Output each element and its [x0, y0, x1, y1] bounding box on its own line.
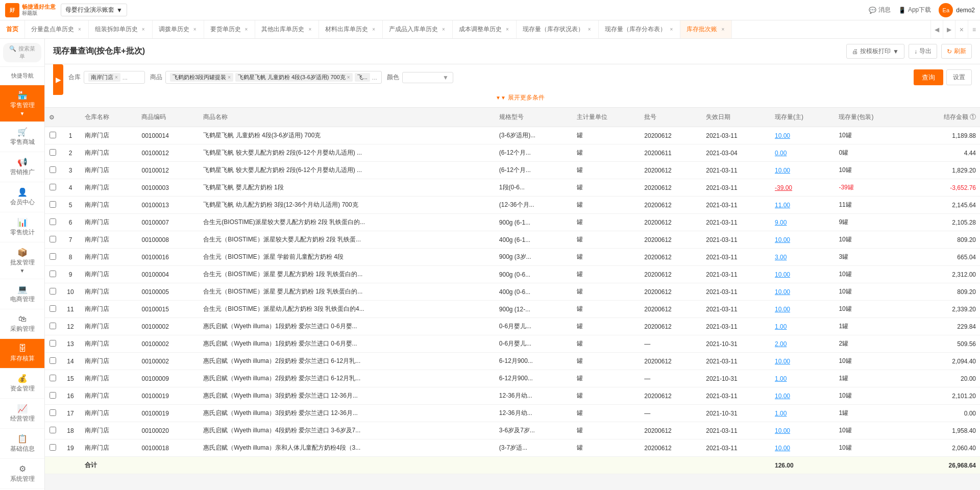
row-checkbox[interactable] — [50, 375, 56, 381]
sidebar-item-member[interactable]: 👤 会员中心 — [0, 182, 44, 212]
refresh-button[interactable]: ↻ 刷新 — [941, 44, 972, 59]
row-checkbox[interactable] — [50, 253, 56, 260]
row-stock-main[interactable]: 9.00 — [771, 214, 835, 231]
tab-stock-dist[interactable]: 现存量（库存分布表） × — [599, 20, 681, 39]
sidebar-item-operations[interactable]: 📈 经营管理 — [0, 399, 44, 429]
close-icon[interactable]: × — [141, 27, 146, 32]
tab-mixing[interactable]: 调拨单历史 × — [153, 20, 204, 39]
row-checkbox[interactable] — [50, 271, 56, 277]
goods-tag-close[interactable]: × — [228, 75, 231, 80]
row-checkbox[interactable] — [50, 201, 56, 208]
row-stock-main[interactable]: 11.00 — [771, 197, 835, 214]
row-checkbox[interactable] — [50, 218, 56, 225]
msg-btn[interactable]: 💬 消息 — [869, 6, 891, 14]
row-stock-main[interactable]: 0.00 — [771, 144, 835, 162]
app-download-btn[interactable]: 📱 App下载 — [898, 6, 931, 14]
goods-dots[interactable]: ... — [372, 74, 377, 81]
tab-product-in[interactable]: 产成品入库单历史 × — [383, 20, 453, 39]
sidebar-item-marketing[interactable]: 📢 营销推广 — [0, 152, 44, 182]
sidebar-item-retail-stats[interactable]: 📊 零售统计 — [0, 212, 44, 242]
nav-menu-icon[interactable]: ≡ — [968, 20, 980, 39]
color-input[interactable]: ▼ — [402, 72, 453, 83]
row-checkbox[interactable] — [50, 323, 56, 329]
row-stock-main[interactable]: 10.00 — [771, 127, 835, 144]
goods-input[interactable]: 飞鹤奶粉3段丙罐提装 × 飞鹤星飞帆 儿童奶粉 4段(3-6岁适用) 700克 … — [165, 71, 382, 84]
row-stock-main[interactable]: 10.00 — [771, 353, 835, 370]
sidebar-item-stock-check[interactable]: 🗄 库存核算 — [0, 339, 44, 369]
tab-material-out[interactable]: 材料出库单历史 × — [319, 20, 383, 39]
row-stock-main[interactable]: 1.00 — [771, 318, 835, 335]
nav-next-arrow[interactable]: ▶ — [943, 20, 955, 39]
expand-more-btn[interactable]: ▼▼ 展开更多条件 — [496, 93, 545, 102]
close-icon[interactable]: × — [720, 27, 725, 32]
user-area[interactable]: Ea demo2 — [939, 3, 975, 17]
row-checkbox[interactable] — [50, 166, 56, 173]
row-checkbox[interactable] — [50, 132, 56, 138]
row-checkbox[interactable] — [50, 357, 56, 364]
quick-nav-item[interactable]: 快捷导航 — [0, 70, 44, 82]
row-checkbox[interactable] — [50, 340, 56, 347]
nav-prev-arrow[interactable]: ◀ — [930, 20, 943, 39]
row-checkbox[interactable] — [50, 409, 56, 416]
settings-button[interactable]: 设置 — [946, 69, 972, 85]
sidebar-item-purchase[interactable]: 🛍 采购管理 — [0, 309, 44, 339]
tab-request[interactable]: 要货单历史 × — [204, 20, 256, 39]
tab-batch-account[interactable]: 库存批次账 × — [680, 20, 732, 39]
sidebar-item-ecom[interactable]: 💻 电商管理 — [0, 279, 44, 309]
sidebar-item-retail-mall[interactable]: 🛒 零售商城 — [0, 122, 44, 152]
close-icon[interactable]: × — [669, 27, 674, 32]
tab-stock-status[interactable]: 现存量（库存状况表） × — [517, 20, 599, 39]
sidebar-item-retail-mgmt[interactable]: 🏪 零售管理 ▼ — [0, 85, 44, 122]
close-icon[interactable]: × — [587, 27, 592, 32]
col-settings[interactable]: ⚙ — [45, 108, 60, 127]
row-checkbox[interactable] — [50, 184, 56, 190]
print-button[interactable]: 🖨 按模板打印 ▼ — [846, 44, 904, 59]
warehouse-tag-close[interactable]: × — [115, 75, 118, 80]
close-icon[interactable]: × — [307, 27, 312, 32]
filter-expand-left[interactable]: ▶ — [53, 64, 63, 95]
row-stock-main[interactable]: 10.00 — [771, 283, 835, 301]
row-stock-main[interactable]: 10.00 — [771, 231, 835, 249]
row-checkbox[interactable] — [50, 444, 56, 451]
color-down-icon[interactable]: ▼ — [443, 74, 449, 81]
row-checkbox[interactable] — [50, 149, 56, 156]
row-checkbox[interactable] — [50, 288, 56, 295]
nav-close-all[interactable]: × — [955, 20, 968, 39]
goods-tag-close[interactable]: × — [347, 75, 350, 80]
close-icon[interactable]: × — [371, 27, 376, 32]
row-stock-main[interactable]: 1.00 — [771, 370, 835, 387]
close-icon[interactable]: × — [244, 27, 249, 32]
tab-split-inventory[interactable]: 分量盘点单历史 × — [25, 20, 89, 39]
close-icon[interactable]: × — [441, 27, 446, 32]
sidebar-item-system[interactable]: ⚙ 系统管理 — [0, 459, 44, 489]
close-icon[interactable]: × — [192, 27, 198, 32]
row-stock-main[interactable]: -39.00 — [771, 179, 835, 197]
warehouse-input[interactable]: 南岸门店 × ... — [84, 71, 145, 84]
row-stock-main[interactable]: 3.00 — [771, 249, 835, 266]
tab-other-out[interactable]: 其他出库单历史 × — [255, 20, 319, 39]
sidebar-item-finance[interactable]: 💰 资金管理 — [0, 369, 44, 399]
tab-disassemble[interactable]: 组装拆卸单历史 × — [89, 20, 153, 39]
warehouse-dots[interactable]: ... — [122, 74, 128, 81]
query-button[interactable]: 查询 — [914, 69, 943, 85]
row-stock-main[interactable]: 10.00 — [771, 422, 835, 439]
row-checkbox[interactable] — [50, 392, 56, 399]
export-button[interactable]: ↓ 导出 — [909, 44, 937, 59]
close-icon[interactable]: × — [505, 27, 510, 32]
row-checkbox[interactable] — [50, 305, 56, 312]
row-stock-main[interactable]: 10.00 — [771, 162, 835, 179]
row-checkbox[interactable] — [50, 427, 56, 433]
row-stock-main[interactable]: 10.00 — [771, 266, 835, 283]
tab-cost-adjust[interactable]: 成本调整单历史 × — [453, 20, 517, 39]
industry-select[interactable]: 母婴行业演示账套 ▼ — [61, 4, 127, 16]
row-stock-main[interactable]: 10.00 — [771, 439, 835, 457]
close-icon[interactable]: × — [77, 27, 82, 32]
row-stock-main[interactable]: 1.00 — [771, 405, 835, 422]
row-stock-main[interactable]: 10.00 — [771, 387, 835, 405]
sidebar-item-wholesale[interactable]: 📦 批发管理 ▼ — [0, 242, 44, 279]
row-stock-main[interactable]: 10.00 — [771, 301, 835, 318]
row-checkbox[interactable] — [50, 236, 56, 242]
search-menu-btn[interactable]: 🔍 搜索菜单 — [3, 43, 41, 62]
row-stock-main[interactable]: 2.00 — [771, 335, 835, 353]
sidebar-item-basic-info[interactable]: 📋 基础信息 — [0, 429, 44, 459]
